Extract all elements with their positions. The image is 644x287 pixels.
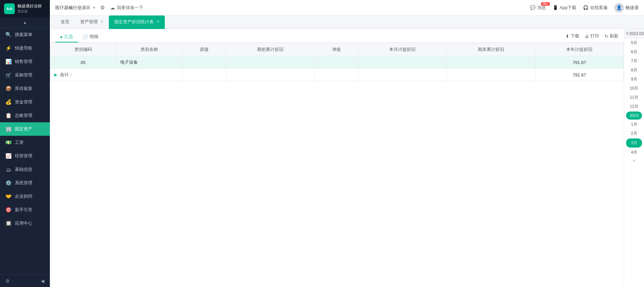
action-buttons: ⬇ 下载 🖨 打印 ↻ 刷新 xyxy=(565,33,618,41)
date-month-1[interactable]: 1月 xyxy=(624,120,644,129)
col-original: 原值 xyxy=(182,43,226,56)
phone-icon: 📱 xyxy=(553,5,558,10)
sidebar-item-finance[interactable]: 💰 资金管理 xyxy=(0,95,50,109)
refresh-btn[interactable]: ↻ 刷新 xyxy=(605,33,618,39)
subtab-left: ● 汇总 📄 明细 xyxy=(55,32,103,42)
sidebar-item-label-payroll: 工资 xyxy=(15,139,24,146)
print-btn[interactable]: 🖨 打印 xyxy=(585,33,599,39)
refresh-label: 刷新 xyxy=(610,33,618,39)
app-title: 畅捷通好业财 xyxy=(18,4,42,9)
sidebar-item-sales[interactable]: 📊 销售管理 xyxy=(0,55,50,68)
summary-icon: ● xyxy=(60,34,63,39)
sidebar-menu: 🔍 搜索菜单 ⚡ 快捷导航 📊 销售管理 🛒 采购管理 📦 库存核算 💰 资金管… xyxy=(0,28,50,275)
sidebar-item-label-quicknav: 快捷导航 xyxy=(15,45,32,51)
date-month-6[interactable]: 6月 xyxy=(624,47,644,57)
date-list: 5月 6月 7月 8月 9月 10月 11月 12月 2023 1月 2月 3月… xyxy=(624,38,644,287)
cell-annual-depr: 791.67 xyxy=(535,56,623,69)
date-year-2023[interactable]: 2023 xyxy=(626,111,642,120)
tab-depreciation-close[interactable]: ✕ xyxy=(156,20,159,24)
date-month-8[interactable]: 8月 xyxy=(624,66,644,75)
service-label: 在线客服 xyxy=(590,5,608,11)
topbar-right: 💬 消息 99+ 📱 App下载 🎧 在线客服 👤 畅捷通 xyxy=(530,3,639,12)
payroll-icon: 💵 xyxy=(5,139,11,146)
sidebar-item-ledger[interactable]: 📋 总账管理 xyxy=(0,109,50,122)
col-code: 类别编码 xyxy=(50,43,116,56)
table-row: 05 电子设备 791.67 xyxy=(50,56,624,69)
subtab-bar: ● 汇总 📄 明细 ⬇ 下载 🖨 打印 xyxy=(50,29,624,43)
company-name: 医疗器械行业演示 xyxy=(55,5,90,11)
subtab-summary[interactable]: ● 汇总 xyxy=(55,32,78,42)
company-selector[interactable]: 医疗器械行业演示 ▼ xyxy=(55,5,96,11)
message-badge: 99+ xyxy=(541,2,550,6)
table-container: 类别编码 类别名称 原值 期初累计折旧 净值 本月计提折旧 期末累计折旧 本年计… xyxy=(50,43,624,287)
detail-icon: 📄 xyxy=(83,34,88,39)
sidebar-item-payroll[interactable]: 💵 工资 xyxy=(0,136,50,149)
experience-label: 我要体验一下 xyxy=(117,5,143,11)
table-total-row: ▶ 合计： 791.67 xyxy=(50,69,624,81)
main-content: 医疗器械行业演示 ▼ ⚙ ☁ 我要体验一下 💬 消息 99+ 📱 App下载 🎧… xyxy=(50,0,644,287)
sidebar-scroll-up[interactable]: ▲ xyxy=(22,19,28,26)
cell-begin-accum xyxy=(226,56,314,69)
total-expand-icon[interactable]: ▶ xyxy=(54,72,57,77)
download-btn[interactable]: ⬇ 下载 xyxy=(565,33,579,39)
sidebar-item-collab[interactable]: 🤝 企业协同 xyxy=(0,190,50,203)
date-scroll-down-icon[interactable]: ▼ xyxy=(624,157,644,165)
sidebar-item-label-guide: 新手引导 xyxy=(15,207,32,213)
tab-depreciation-label: 固定资产折旧统计表 xyxy=(114,19,154,25)
sidebar-item-basic[interactable]: 🗂 基础信息 xyxy=(0,163,50,176)
experience-btn[interactable]: ☁ 我要体验一下 xyxy=(110,5,143,11)
tab-depreciation[interactable]: 固定资产折旧统计表 ✕ xyxy=(109,15,165,29)
col-begin-accum: 期初累计折旧 xyxy=(226,43,314,56)
refresh-icon: ↻ xyxy=(605,34,608,39)
total-label: 合计： xyxy=(60,72,73,77)
user-btn[interactable]: 👤 畅捷通 xyxy=(614,3,639,12)
sidebar-item-label-search: 搜索菜单 xyxy=(15,32,32,38)
total-net-value xyxy=(314,69,358,81)
cell-net-value xyxy=(314,56,358,69)
subtab-detail[interactable]: 📄 明细 xyxy=(78,32,103,42)
date-month-11[interactable]: 11月 xyxy=(624,93,644,102)
total-begin-accum xyxy=(226,69,314,81)
guide-icon: 🎯 xyxy=(5,207,11,213)
topbar-settings-icon[interactable]: ⚙ xyxy=(100,4,105,11)
total-end-accum xyxy=(447,69,535,81)
tab-asset-mgmt-close[interactable]: ✕ xyxy=(100,20,103,24)
date-month-9[interactable]: 9月 xyxy=(624,75,644,84)
date-month-3[interactable]: 3月 xyxy=(626,138,642,148)
sidebar-footer: ⚙ ◀ xyxy=(0,275,50,287)
content-panel: ● 汇总 📄 明细 ⬇ 下载 🖨 打印 xyxy=(50,29,624,287)
inventory-icon: 📦 xyxy=(5,86,11,92)
mgmt-icon: 📈 xyxy=(5,153,11,159)
sidebar-item-search[interactable]: 🔍 搜索菜单 xyxy=(0,28,50,41)
sidebar-item-quicknav[interactable]: ⚡ 快捷导航 xyxy=(0,41,50,55)
sidebar-item-mgmt[interactable]: 📈 经营管理 xyxy=(0,149,50,163)
service-btn[interactable]: 🎧 在线客服 xyxy=(583,5,608,11)
sidebar-item-label-mgmt: 经营管理 xyxy=(15,153,32,159)
sidebar-item-guide[interactable]: 🎯 新手引导 xyxy=(0,203,50,217)
date-month-5[interactable]: 5月 xyxy=(624,38,644,47)
username-label: 畅捷通 xyxy=(625,5,639,11)
settings-icon[interactable]: ⚙ xyxy=(5,278,10,284)
message-btn[interactable]: 💬 消息 99+ xyxy=(530,5,546,11)
tab-asset-mgmt[interactable]: 资产管理 ✕ xyxy=(75,15,109,29)
sidebar-item-appcenter[interactable]: 🔲 应用中心 xyxy=(0,217,50,230)
collapse-icon[interactable]: ◀ xyxy=(41,278,44,284)
tab-home[interactable]: 首页 xyxy=(55,15,75,29)
total-cell: ▶ 合计： xyxy=(50,69,182,81)
date-month-10[interactable]: 10月 xyxy=(624,84,644,93)
sidebar-item-system[interactable]: ⚙️ 系统管理 xyxy=(0,176,50,190)
cell-monthly-depr xyxy=(358,56,447,69)
date-month-12[interactable]: 12月 xyxy=(624,102,644,111)
sidebar-item-inventory[interactable]: 📦 库存核算 xyxy=(0,82,50,95)
collab-icon: 🤝 xyxy=(5,193,11,199)
headset-icon: 🎧 xyxy=(583,5,588,10)
date-month-7[interactable]: 7月 xyxy=(624,57,644,66)
sidebar-item-fixed[interactable]: 🏢 固定资产 xyxy=(0,122,50,136)
date-month-2[interactable]: 2月 xyxy=(624,129,644,138)
sidebar-item-purchase[interactable]: 🛒 采购管理 xyxy=(0,68,50,82)
ledger-icon: 📋 xyxy=(5,113,11,119)
download-icon: ⬇ xyxy=(565,34,569,39)
date-month-4[interactable]: 4月 xyxy=(624,148,644,157)
date-panel-close-icon[interactable]: ✕ xyxy=(625,31,629,36)
app-download-btn[interactable]: 📱 App下载 xyxy=(553,5,576,11)
